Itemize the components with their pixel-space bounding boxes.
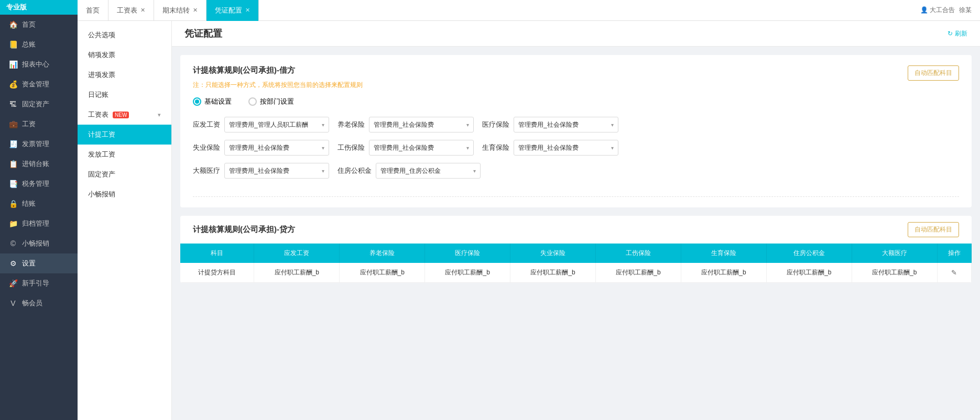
- left-nav-distribute-payroll[interactable]: 发放工资: [78, 145, 171, 164]
- col-housing: 住房公积金: [766, 244, 852, 263]
- close-voucher-config-icon[interactable]: ✕: [245, 7, 250, 14]
- expand-icon: ▾: [158, 112, 161, 118]
- report-icon: 📊: [8, 60, 18, 69]
- left-nav: 公共选项 销项发票 进项发票 日记账 工资表 NEW ▾ 计提工资 发放工资: [78, 21, 172, 420]
- yingfa-arrow-icon: ▾: [322, 122, 324, 128]
- sidebar-item-home[interactable]: 🏠 首页: [0, 15, 78, 35]
- sidebar: 专业版 🏠 首页 📒 总账 📊 报表中心 💰 资金管理 🏗 固定资产 💼 工资 …: [0, 0, 78, 420]
- gongshang-arrow-icon: ▾: [466, 145, 469, 151]
- tax-icon: 📑: [8, 180, 18, 188]
- shengyu-arrow-icon: ▾: [611, 145, 614, 151]
- debit-form-row-2: 失业保险 管理费用_社会保险费 ▾ 工伤保险 管理费用_社会保险费: [193, 140, 908, 156]
- sidebar-item-settings[interactable]: ⚙ 设置: [0, 253, 78, 273]
- new-badge: NEW: [113, 112, 129, 118]
- debit-note: 注：只能选择一种方式，系统将按照您当前的选择来配置规则: [193, 81, 908, 90]
- sidebar-item-report-center[interactable]: 📊 报表中心: [0, 54, 78, 74]
- yanglao-select[interactable]: 管理费用_社会保险费 ▾: [369, 117, 474, 132]
- sidebar-item-guide[interactable]: 🚀 新手引导: [0, 273, 78, 293]
- form-item-yiliao: 医疗保险 管理费用_社会保险费 ▾: [482, 117, 618, 132]
- fund-icon: 💰: [8, 80, 18, 89]
- form-item-shiye: 失业保险 管理费用_社会保险费 ▾: [193, 140, 329, 156]
- page-content: 凭证配置 ↻ 刷新 计提核算规则(公司承担)-借方 注：只能选择一种方式，系统将…: [172, 21, 980, 420]
- cell-unemployment: 应付职工薪酬_b: [510, 263, 596, 283]
- col-payroll: 应发工资: [254, 244, 340, 263]
- shiye-label: 失业保险: [193, 143, 220, 152]
- sidebar-item-payroll[interactable]: 💼 工资: [0, 114, 78, 134]
- content-area: 公共选项 销项发票 进项发票 日记账 工资表 NEW ▾ 计提工资 发放工资: [78, 21, 980, 420]
- daeyiliao-select[interactable]: 管理费用_社会保险费 ▾: [224, 163, 329, 179]
- cell-action[interactable]: ✎: [937, 263, 971, 283]
- radio-department[interactable]: 按部门设置: [248, 97, 294, 106]
- cell-subject: 计提贷方科目: [180, 263, 254, 283]
- sidebar-item-fixed-assets[interactable]: 🏗 固定资产: [0, 94, 78, 114]
- cell-workinjury: 应付职工薪酬_b: [596, 263, 681, 283]
- tab-home[interactable]: 首页: [78, 0, 108, 21]
- yiliao-arrow-icon: ▾: [611, 122, 614, 128]
- credit-table-header: 计提核算规则(公司承担)-贷方 自动匹配科目: [180, 216, 972, 244]
- tab-period-close[interactable]: 期末结转 ✕: [154, 0, 206, 21]
- close-period-close-icon[interactable]: ✕: [193, 7, 198, 14]
- yingfa-label: 应发工资: [193, 120, 220, 129]
- zhufang-arrow-icon: ▾: [473, 168, 476, 174]
- left-nav-payroll-table[interactable]: 工资表 NEW ▾: [78, 105, 171, 125]
- member-icon: V: [8, 299, 18, 307]
- form-item-daeyiliao: 大额医疗 管理费用_社会保险费 ▾: [193, 163, 329, 179]
- form-item-shengyu: 生育保险 管理费用_社会保险费 ▾: [482, 140, 618, 156]
- archive-icon: 📁: [8, 219, 18, 228]
- form-item-zhufang: 住房公积金 管理费用_住房公积金 ▾: [337, 163, 481, 179]
- left-nav-sales-invoice[interactable]: 销项发票: [78, 45, 171, 65]
- table-row: 计提贷方科目 应付职工薪酬_b 应付职工薪酬_b 应付职工薪酬_b 应付职工薪酬…: [180, 263, 972, 283]
- gongshang-select[interactable]: 管理费用_社会保险费 ▾: [369, 140, 474, 156]
- daeyiliao-arrow-icon: ▾: [322, 168, 324, 174]
- credit-auto-match-button[interactable]: 自动匹配科目: [908, 222, 959, 237]
- left-nav-journal[interactable]: 日记账: [78, 85, 171, 105]
- cell-medical: 应付职工薪酬_b: [425, 263, 510, 283]
- guide-icon: 🚀: [8, 279, 18, 288]
- form-item-yingfa: 应发工资 管理费用_管理人员职工薪酬 ▾: [193, 117, 329, 132]
- cell-pension: 应付职工薪酬_b: [340, 263, 425, 283]
- sidebar-item-invoice[interactable]: 🧾 发票管理: [0, 134, 78, 154]
- yiliao-select[interactable]: 管理费用_社会保险费 ▾: [514, 117, 618, 132]
- user-info: 👤 大工合告: [920, 6, 955, 15]
- sidebar-item-member[interactable]: V 畅会员: [0, 293, 78, 313]
- shengyu-label: 生育保险: [482, 143, 509, 152]
- sidebar-item-archive[interactable]: 📁 归档管理: [0, 214, 78, 234]
- topbar: 首页 工资表 ✕ 期末结转 ✕ 凭证配置 ✕ 👤 大工合告 徐某: [78, 0, 980, 21]
- debit-auto-match-button[interactable]: 自动匹配科目: [908, 65, 959, 81]
- radio-group: 基础设置 按部门设置: [193, 97, 908, 106]
- yiliao-label: 医疗保险: [482, 120, 509, 129]
- tab-payroll-table[interactable]: 工资表 ✕: [108, 0, 154, 21]
- col-unemployment: 失业保险: [510, 244, 596, 263]
- sidebar-item-fund-management[interactable]: 💰 资金管理: [0, 74, 78, 94]
- shengyu-select[interactable]: 管理费用_社会保险费 ▾: [514, 140, 618, 156]
- radio-basic[interactable]: 基础设置: [193, 97, 232, 106]
- app-title: 专业版: [0, 0, 78, 15]
- left-nav-fixed-assets[interactable]: 固定资产: [78, 164, 171, 184]
- debit-section: 计提核算规则(公司承担)-借方 注：只能选择一种方式，系统将按照您当前的选择来配…: [180, 55, 972, 207]
- sidebar-item-xiaochangreport[interactable]: © 小畅报销: [0, 234, 78, 253]
- tab-voucher-config[interactable]: 凭证配置 ✕: [206, 0, 259, 21]
- yingfa-select[interactable]: 管理费用_管理人员职工薪酬 ▾: [224, 117, 329, 132]
- zhufang-select[interactable]: 管理费用_住房公积金 ▾: [376, 163, 481, 179]
- sidebar-item-general-ledger[interactable]: 📒 总账: [0, 35, 78, 54]
- left-nav-purchase-invoice[interactable]: 进项发票: [78, 65, 171, 85]
- edit-icon[interactable]: ✎: [951, 269, 957, 277]
- page-title: 凭证配置: [184, 27, 222, 40]
- gongshang-label: 工伤保险: [337, 143, 365, 152]
- yanglao-arrow-icon: ▾: [466, 122, 469, 128]
- left-nav-public-options[interactable]: 公共选项: [78, 25, 171, 45]
- shiye-select[interactable]: 管理费用_社会保险费 ▾: [224, 140, 329, 156]
- sidebar-item-tax[interactable]: 📑 税务管理: [0, 174, 78, 194]
- debit-section-title: 计提核算规则(公司承担)-借方: [193, 65, 908, 75]
- close-payroll-table-icon[interactable]: ✕: [140, 7, 145, 14]
- left-nav-calc-payroll[interactable]: 计提工资: [78, 125, 171, 145]
- sidebar-item-closing[interactable]: 🔒 结账: [0, 194, 78, 214]
- cell-housing: 应付职工薪酬_b: [766, 263, 852, 283]
- invoice-icon: 🧾: [8, 140, 18, 148]
- col-pension: 养老保险: [340, 244, 425, 263]
- cell-payroll: 应付职工薪酬_b: [254, 263, 340, 283]
- sidebar-item-purchase-sales[interactable]: 📋 进销台账: [0, 154, 78, 174]
- left-nav-xiaochangreport[interactable]: 小畅报销: [78, 184, 171, 204]
- radio-basic-dot: [193, 97, 201, 106]
- refresh-button[interactable]: ↻ 刷新: [948, 29, 967, 38]
